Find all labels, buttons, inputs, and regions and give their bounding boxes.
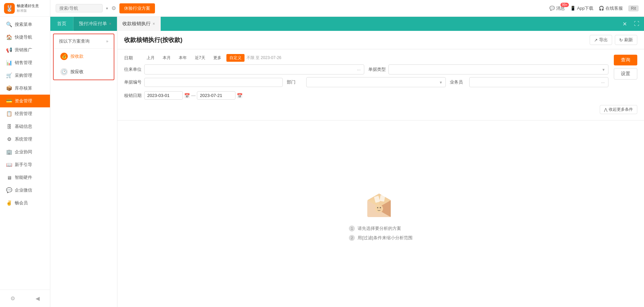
search-input[interactable] (56, 4, 103, 12)
sidebar-item-label: 快捷导航 (15, 34, 32, 40)
collapse-label: 收起更多条件 (609, 107, 633, 112)
filter-collapse-icon[interactable]: » (106, 39, 108, 44)
sidebar-item-finance[interactable]: 💳 资金管理 (0, 95, 50, 107)
sidebar-item-basic-info[interactable]: 🗄 基础信息 (0, 120, 50, 133)
sidebar-item-search[interactable]: 🔍 搜索菜单 (0, 18, 50, 31)
filter-panel: 按以下方案查询 » 💰 按收款 🕐 按应收 (53, 34, 114, 80)
verify-date-end-input[interactable] (197, 91, 235, 100)
sidebar-item-guide[interactable]: 📖 新手引导 (0, 158, 50, 171)
sidebar-item-vip[interactable]: ✌ 畅会员 (0, 197, 50, 209)
tab-receipt-close[interactable]: × (153, 21, 155, 26)
tab-home[interactable]: 首页 (50, 17, 73, 31)
sidebar-item-system[interactable]: ⚙ 系统管理 (0, 133, 50, 146)
app-name: 畅捷通好生意 (17, 3, 39, 8)
sidebar-item-label: 库存核算 (15, 85, 32, 91)
tabbar-actions: ✕ ⛶ (620, 19, 641, 29)
svg-point-4 (375, 205, 383, 213)
export-icon: ↗ (594, 38, 598, 43)
refresh-button[interactable]: ↻ 刷新 (615, 35, 637, 45)
dept-label: 部门 (287, 79, 304, 85)
svg-point-6 (380, 207, 381, 208)
empty-state: 1 请先选择要分析的方案 2 用[过滤]条件来缩小分析范围 (117, 120, 644, 307)
date-buttons-group: 上月 本月 本年 近7天 更多 自定义 不限 至 2023-07-26 (144, 54, 281, 62)
date-btn-last-month[interactable]: 上月 (144, 54, 158, 62)
topbar-right: 💬 消息 99+ 📱 App下载 🎧 在线客服 Rit (549, 5, 639, 11)
sidebar-item-purchase[interactable]: 🛒 采购管理 (0, 69, 50, 82)
doc-no-field: 单据编号 (124, 78, 283, 87)
collapse-conditions-btn[interactable]: ⋀ 收起更多条件 (600, 105, 637, 114)
basic-info-icon: 🗄 (6, 124, 12, 130)
finance-icon: 💳 (6, 98, 12, 104)
tabbar: 首页 预付冲应付单 × 收款核销执行 × ✕ ⛶ (50, 17, 644, 31)
gear-icon[interactable]: ⚙ (111, 5, 116, 11)
filter-option-label: 按应收 (70, 69, 84, 75)
close-tab-btn[interactable]: ✕ (620, 19, 629, 29)
sidebar-item-label: 搜索菜单 (15, 21, 32, 28)
tab-receipt-verify[interactable]: 收款核销执行 × (117, 17, 161, 31)
solution-button[interactable]: 休验行业方案 (119, 3, 155, 13)
sidebar-item-label: 企业协同 (15, 149, 32, 155)
date-btn-custom[interactable]: 自定义 (226, 54, 245, 62)
maximize-tab-btn[interactable]: ⛶ (632, 19, 641, 29)
calendar-end-icon[interactable]: 📅 (237, 93, 243, 98)
chevron-down-icon[interactable]: ▾ (602, 67, 605, 72)
sidebar-item-wechat[interactable]: 💬 企业微信 (0, 184, 50, 197)
filter-option-by-receipt[interactable]: 💰 按收款 (54, 49, 114, 64)
query-button[interactable]: 查询 (614, 55, 637, 65)
settings-query-button[interactable]: 设置 (614, 68, 637, 80)
hint-num-1: 1 (349, 225, 355, 232)
search-icon: 🔍 (6, 21, 12, 28)
verify-date-start-input[interactable] (144, 91, 183, 100)
tab-prepay-close[interactable]: × (109, 21, 111, 26)
staff-dots-icon[interactable]: ··· (601, 80, 605, 85)
filter-title-text: 按以下方案查询 (59, 38, 90, 44)
dept-select[interactable]: ▾ (306, 77, 445, 87)
sidebar-item-label: 采购管理 (15, 72, 32, 79)
topbar-left: ▾ ⚙ 休验行业方案 (56, 3, 155, 13)
receivable-icon: 🕐 (60, 68, 68, 75)
customer-service-btn[interactable]: 🎧 在线客服 (599, 5, 623, 11)
settings-bottom-btn[interactable]: ⚙ (8, 293, 18, 304)
sidebar-item-label: 经营管理 (15, 111, 32, 117)
sidebar-item-inventory[interactable]: 📦 库存核算 (0, 82, 50, 95)
app-sub: 标准版 (17, 8, 39, 13)
staff-select[interactable]: ··· (469, 77, 608, 87)
counterpart-dots-icon[interactable]: ··· (357, 67, 361, 72)
app-download-label: App下载 (577, 5, 593, 11)
sidebar-item-hardware[interactable]: 🖥 智能硬件 (0, 171, 50, 184)
sidebar-item-quick-nav[interactable]: 🏠 快捷导航 (0, 31, 50, 44)
content-area: 按以下方案查询 » 💰 按收款 🕐 按应收 收款核销执行(按收款) (50, 31, 644, 307)
page-title: 收款核销执行(按收款) (124, 36, 182, 48)
user-avatar[interactable]: Rit (628, 5, 639, 11)
download-icon: 📱 (570, 6, 576, 11)
chevron-down-icon[interactable]: ▾ (440, 80, 442, 85)
staff-label: 业务员 (450, 79, 467, 85)
counterpart-select[interactable]: ··· (144, 64, 364, 74)
app-logo: 🐰 畅捷通好生意 标准版 (0, 0, 50, 17)
app-download-btn[interactable]: 📱 App下载 (570, 5, 593, 11)
message-badge: 99+ (560, 3, 569, 7)
chevron-down-icon[interactable]: ▾ (106, 6, 108, 11)
system-icon: ⚙ (6, 136, 12, 142)
hint-text-1: 请先选择要分析的方案 (358, 225, 401, 232)
message-btn[interactable]: 💬 消息 99+ (549, 5, 565, 11)
tab-prepay[interactable]: 预付冲应付单 × (73, 17, 117, 31)
date-btn-7days[interactable]: 近7天 (192, 54, 208, 62)
date-btn-more[interactable]: 更多 (210, 54, 224, 62)
sidebar-item-sales[interactable]: 📊 销售管理 (0, 56, 50, 69)
doc-no-input[interactable] (144, 78, 283, 87)
sidebar-item-label: 营销推广 (15, 47, 32, 53)
sidebar-item-marketing[interactable]: 📢 营销推广 (0, 44, 50, 56)
date-btn-this-year[interactable]: 本年 (176, 54, 190, 62)
sidebar-item-operations[interactable]: 📋 经营管理 (0, 107, 50, 120)
filter-option-by-receivable[interactable]: 🕐 按应收 (54, 64, 114, 80)
main-content: 收款核销执行(按收款) ↗ 导出 ↻ 刷新 (117, 31, 644, 307)
date-btn-this-month[interactable]: 本月 (160, 54, 174, 62)
calendar-start-icon[interactable]: 📅 (184, 93, 190, 98)
export-button[interactable]: ↗ 导出 (590, 35, 612, 45)
sidebar-item-enterprise[interactable]: 🏢 企业协同 (0, 146, 50, 158)
hardware-icon: 🖥 (6, 175, 12, 181)
collapse-sidebar-btn[interactable]: ◀ (33, 293, 42, 304)
export-label: 导出 (599, 37, 608, 43)
doc-type-select[interactable]: ▾ (388, 64, 608, 74)
